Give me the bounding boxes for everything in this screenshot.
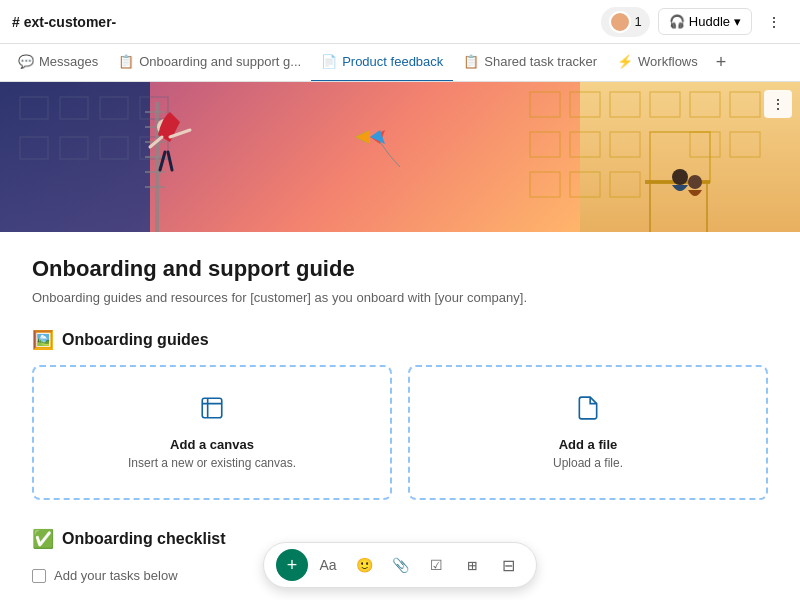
add-tab-button[interactable]: + bbox=[708, 52, 735, 73]
more-options-button[interactable]: ⋮ bbox=[760, 8, 788, 36]
svg-rect-25 bbox=[60, 137, 88, 159]
text-aa-icon: Aa bbox=[319, 557, 336, 573]
headphones-icon: 🎧 bbox=[669, 14, 685, 29]
svg-rect-12 bbox=[530, 172, 560, 197]
checkbox-icon: ☑ bbox=[430, 557, 443, 573]
svg-rect-28 bbox=[155, 102, 159, 232]
messages-icon: 💬 bbox=[18, 54, 34, 69]
svg-rect-6 bbox=[530, 132, 560, 157]
onboarding-guides-emoji: 🖼️ bbox=[32, 329, 54, 351]
bottom-toolbar: + Aa 🙂 📎 ☑ ⊞ ⊟ bbox=[263, 542, 537, 588]
svg-rect-22 bbox=[100, 97, 128, 119]
tab-onboarding-label: Onboarding and support g... bbox=[139, 54, 301, 69]
page-title: Onboarding and support guide bbox=[32, 256, 768, 282]
tab-shared-task-tracker[interactable]: 📋 Shared task tracker bbox=[453, 44, 607, 82]
tab-messages[interactable]: 💬 Messages bbox=[8, 44, 108, 82]
hero-more-options[interactable]: ⋮ bbox=[764, 90, 792, 118]
svg-rect-7 bbox=[570, 132, 600, 157]
svg-rect-20 bbox=[20, 97, 48, 119]
svg-rect-14 bbox=[610, 172, 640, 197]
checklist-button[interactable]: ☑ bbox=[420, 549, 452, 581]
add-canvas-title: Add a canvas bbox=[170, 437, 254, 452]
huddle-button[interactable]: 🎧 Huddle ▾ bbox=[658, 8, 752, 35]
avatar-count[interactable]: 1 bbox=[601, 7, 650, 37]
layout-button[interactable]: ⊟ bbox=[492, 549, 524, 581]
hero-svg bbox=[0, 82, 800, 232]
emoji-icon: 🙂 bbox=[356, 557, 373, 573]
svg-rect-44 bbox=[202, 398, 222, 418]
svg-rect-1 bbox=[570, 92, 600, 117]
add-canvas-desc: Insert a new or existing canvas. bbox=[128, 456, 296, 470]
tabs-bar: 💬 Messages 📋 Onboarding and support g...… bbox=[0, 44, 800, 82]
layout-icon: ⊟ bbox=[502, 556, 515, 575]
hero-image: ⋮ bbox=[0, 82, 800, 232]
svg-rect-13 bbox=[570, 172, 600, 197]
add-canvas-card[interactable]: Add a canvas Insert a new or existing ca… bbox=[32, 365, 392, 500]
checklist-emoji: ✅ bbox=[32, 528, 54, 550]
svg-rect-4 bbox=[690, 92, 720, 117]
onboarding-guides-header: 🖼️ Onboarding guides bbox=[32, 329, 768, 351]
add-file-title: Add a file bbox=[559, 437, 618, 452]
ellipsis-icon: ⋮ bbox=[767, 14, 781, 30]
tab-product-feedback-label: Product feedback bbox=[342, 54, 443, 69]
svg-rect-11 bbox=[730, 132, 760, 157]
member-count: 1 bbox=[635, 14, 642, 29]
attachment-button[interactable]: 📎 bbox=[384, 549, 416, 581]
table-button[interactable]: ⊞ bbox=[456, 549, 488, 581]
tab-shared-task-label: Shared task tracker bbox=[484, 54, 597, 69]
add-file-card[interactable]: Add a file Upload a file. bbox=[408, 365, 768, 500]
svg-line-38 bbox=[160, 152, 165, 170]
file-icon bbox=[575, 395, 601, 427]
avatar bbox=[609, 11, 631, 33]
svg-point-19 bbox=[688, 175, 702, 189]
svg-rect-24 bbox=[20, 137, 48, 159]
plus-icon: + bbox=[287, 555, 298, 576]
svg-rect-26 bbox=[100, 137, 128, 159]
svg-rect-23 bbox=[140, 97, 168, 119]
page-description: Onboarding guides and resources for [cus… bbox=[32, 290, 768, 305]
checklist-title: Onboarding checklist bbox=[62, 530, 226, 548]
add-task-placeholder: Add your tasks below bbox=[54, 568, 178, 583]
tab-messages-label: Messages bbox=[39, 54, 98, 69]
tab-workflows[interactable]: ⚡ Workflows bbox=[607, 44, 708, 82]
svg-rect-5 bbox=[730, 92, 760, 117]
svg-line-39 bbox=[168, 152, 172, 170]
svg-rect-21 bbox=[60, 97, 88, 119]
top-bar-right: 1 🎧 Huddle ▾ ⋮ bbox=[601, 7, 788, 37]
svg-rect-2 bbox=[610, 92, 640, 117]
add-content-button[interactable]: + bbox=[276, 549, 308, 581]
onboarding-guides-title: Onboarding guides bbox=[62, 331, 209, 349]
top-bar: # ext-customer- 1 🎧 Huddle ▾ ⋮ bbox=[0, 0, 800, 44]
shared-task-icon: 📋 bbox=[463, 54, 479, 69]
paperclip-icon: 📎 bbox=[392, 557, 409, 573]
onboarding-icon: 📋 bbox=[118, 54, 134, 69]
canvas-icon bbox=[199, 395, 225, 427]
table-icon: ⊞ bbox=[467, 556, 477, 575]
tab-product-feedback[interactable]: 📄 Product feedback bbox=[311, 44, 453, 82]
checkbox-empty bbox=[32, 569, 46, 583]
svg-rect-8 bbox=[610, 132, 640, 157]
svg-point-18 bbox=[672, 169, 688, 185]
workspace-name: # ext-customer- bbox=[12, 14, 116, 30]
svg-rect-10 bbox=[690, 132, 720, 157]
cards-row: Add a canvas Insert a new or existing ca… bbox=[32, 365, 768, 500]
tab-onboarding[interactable]: 📋 Onboarding and support g... bbox=[108, 44, 311, 82]
svg-rect-3 bbox=[650, 92, 680, 117]
huddle-label: Huddle bbox=[689, 14, 730, 29]
tab-workflows-label: Workflows bbox=[638, 54, 698, 69]
chevron-down-icon: ▾ bbox=[734, 14, 741, 29]
svg-rect-0 bbox=[530, 92, 560, 117]
workflows-icon: ⚡ bbox=[617, 54, 633, 69]
product-feedback-icon: 📄 bbox=[321, 54, 337, 69]
ellipsis-icon: ⋮ bbox=[771, 96, 785, 112]
text-format-button[interactable]: Aa bbox=[312, 549, 344, 581]
emoji-button[interactable]: 🙂 bbox=[348, 549, 380, 581]
add-file-desc: Upload a file. bbox=[553, 456, 623, 470]
svg-marker-43 bbox=[355, 130, 370, 144]
